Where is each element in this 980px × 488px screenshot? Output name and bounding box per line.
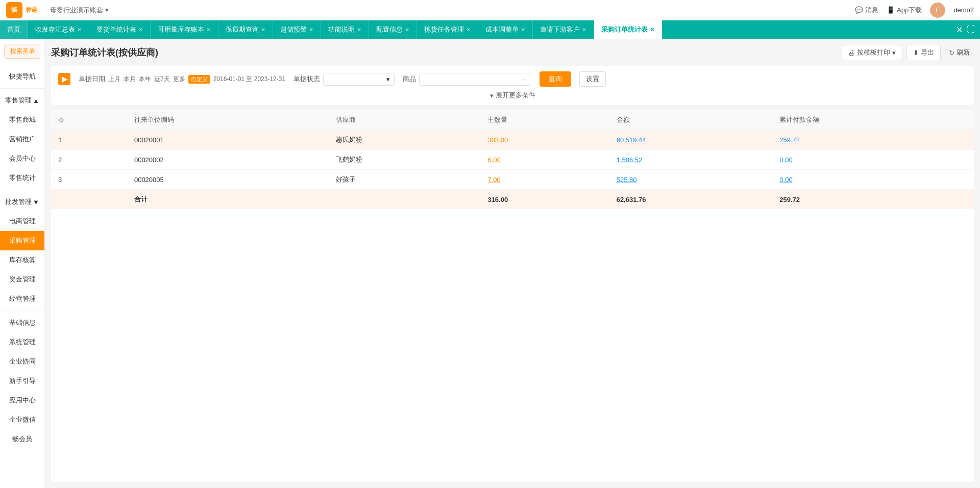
sidebar-item-business[interactable]: 经营管理 <box>0 289 44 309</box>
row-paid[interactable]: 259.72 <box>772 130 974 150</box>
sidebar-item-quicknav[interactable]: 快捷导航 <box>0 67 44 86</box>
row-paid-link[interactable]: 0.00 <box>779 156 792 164</box>
footer-paid: 259.72 <box>772 190 974 210</box>
col-settings[interactable]: ⚙ <box>51 110 127 130</box>
row-qty[interactable]: 7.00 <box>480 170 609 190</box>
tab-cost-adjust[interactable]: 成本调整单 ✕ <box>478 20 533 39</box>
row-num: 1 <box>51 130 127 150</box>
row-amount[interactable]: 525.80 <box>609 170 773 190</box>
row-amount-link[interactable]: 525.80 <box>617 176 637 184</box>
tab-overstock-warning[interactable]: 超储预警 ✕ <box>273 20 321 39</box>
tab-order-stats[interactable]: 要货单统计表 ✕ <box>89 20 151 39</box>
tab-maximize-icon[interactable]: ⛶ <box>967 25 975 34</box>
user-name: demo2 <box>953 6 974 14</box>
query-button[interactable]: 查询 <box>540 71 571 87</box>
tab-home[interactable]: 首页 <box>0 20 28 39</box>
filter-date-this-month[interactable]: 本月 <box>124 75 136 84</box>
row-supplier: 惠氏奶粉 <box>329 130 481 150</box>
tab-purchase-stats-close[interactable]: ✕ <box>650 27 654 33</box>
tab-pick-task[interactable]: 拣货任务管理 ✕ <box>417 20 478 39</box>
tab-cost-adjust-close[interactable]: ✕ <box>521 27 525 33</box>
filter-status-select[interactable]: ▾ <box>323 73 395 86</box>
tab-invite-customer-close[interactable]: ✕ <box>582 27 586 33</box>
filter-date-last-month[interactable]: 上月 <box>108 75 120 84</box>
filter-goods-more-icon[interactable]: ··· <box>521 75 527 83</box>
sidebar-item-member[interactable]: 会员中心 <box>0 149 44 168</box>
nav-tabs: 首页 收发存汇总表 ✕ 要货单统计表 ✕ 可用量库存账本 ✕ 保质期查询 ✕ 超… <box>0 20 980 39</box>
sidebar-item-weixin[interactable]: 企业微信 <box>0 410 44 429</box>
row-paid[interactable]: 0.00 <box>772 150 974 170</box>
sidebar-item-inventory[interactable]: 库存核算 <box>0 250 44 270</box>
filter-date-7days[interactable]: 近7天 <box>154 75 170 84</box>
sidebar-item-wholesale[interactable]: 批发管理 ▼ <box>0 192 44 212</box>
sidebar-item-newguide[interactable]: 新手引导 <box>0 371 44 391</box>
col-amount: 金额 <box>609 110 773 130</box>
tab-inventory-book-close[interactable]: ✕ <box>206 27 211 33</box>
tab-config-info-close[interactable]: ✕ <box>405 27 409 33</box>
tab-invite-customer[interactable]: 邀请下游客户 ✕ <box>533 20 594 39</box>
sidebar-item-retail-stats[interactable]: 零售统计 <box>0 168 44 188</box>
filter-date-this-year[interactable]: 本年 <box>139 75 151 84</box>
tab-function-desc-close[interactable]: ✕ <box>357 27 361 33</box>
message-button[interactable]: 💬 消息 <box>855 6 878 15</box>
workspace-selector[interactable]: 母婴行业演示账套 ▾ <box>50 6 109 15</box>
settings-button[interactable]: 设置 <box>579 71 606 87</box>
sidebar-item-marketing[interactable]: 营销推广 <box>0 130 44 149</box>
app-download-button[interactable]: 📱 App下载 <box>887 6 922 15</box>
tab-order-stats-close[interactable]: ✕ <box>138 27 143 33</box>
refresh-button[interactable]: ↻ 刷新 <box>945 45 974 60</box>
sidebar-item-retail-shop-label: 零售商城 <box>9 115 36 124</box>
filter-toggle-button[interactable]: ▶ <box>58 73 70 85</box>
row-paid-link[interactable]: 259.72 <box>779 136 800 144</box>
filter-custom-badge: 自定义 <box>188 75 210 84</box>
row-amount-link[interactable]: 1,586.52 <box>617 156 643 164</box>
tab-inventory-book[interactable]: 可用量库存账本 ✕ <box>151 20 218 39</box>
tab-overstock-warning-close[interactable]: ✕ <box>309 27 313 33</box>
sidebar-item-basic[interactable]: 基础信息 <box>0 313 44 332</box>
search-button[interactable]: 搜索英单 <box>4 44 40 59</box>
row-qty[interactable]: 6.00 <box>480 150 609 170</box>
sidebar-item-member2[interactable]: 畅会员 <box>0 429 44 449</box>
print-button[interactable]: 🖨 按模板打印 ▾ <box>842 45 902 60</box>
sidebar-item-system[interactable]: 系统管理 <box>0 332 44 352</box>
sidebar-item-retail-shop[interactable]: 零售商城 <box>0 110 44 130</box>
tab-pick-task-close[interactable]: ✕ <box>466 27 471 33</box>
tab-function-desc[interactable]: 功能说明 ✕ <box>321 20 369 39</box>
sidebar-item-newguide-label: 新手引导 <box>9 376 36 386</box>
table-header-row: ⚙ 往来单位编码 供应商 主数量 金额 累计付款金额 <box>51 110 974 130</box>
expand-more-button[interactable]: ▾ 展开更多条件 <box>490 91 535 100</box>
tab-receive-summary-close[interactable]: ✕ <box>77 27 82 33</box>
sidebar-item-weixin-label: 企业微信 <box>9 415 36 424</box>
sidebar-item-collab[interactable]: 企业协同 <box>0 352 44 371</box>
sidebar-item-member2-label: 畅会员 <box>12 434 32 444</box>
filter-goods-input[interactable]: ··· <box>419 73 531 86</box>
sidebar-item-finance[interactable]: 资金管理 <box>0 270 44 289</box>
row-amount[interactable]: 1,586.52 <box>609 150 773 170</box>
row-paid-link[interactable]: 0.00 <box>779 176 792 184</box>
tab-config-info[interactable]: 配置信息 ✕ <box>369 20 417 39</box>
sidebar-item-retail-manage[interactable]: 零售管理 ▲ <box>0 91 44 110</box>
row-paid[interactable]: 0.00 <box>772 170 974 190</box>
sidebar-item-ecommerce[interactable]: 电商管理 <box>0 212 44 231</box>
filter-status-label: 单据状态 <box>293 74 320 84</box>
row-qty-link[interactable]: 7.00 <box>487 176 500 184</box>
tab-close-all-icon[interactable]: ✕ <box>956 25 963 35</box>
filter-date-more[interactable]: 更多 <box>173 75 185 84</box>
row-qty-link[interactable]: 303.00 <box>487 136 508 144</box>
tab-receive-summary[interactable]: 收发存汇总表 ✕ <box>28 20 89 39</box>
sidebar-item-purchase[interactable]: 采购管理 <box>0 231 44 250</box>
row-amount[interactable]: 60,519.44 <box>609 130 773 150</box>
row-supplier: 飞鹤奶粉 <box>329 150 481 170</box>
tab-purchase-stats[interactable]: 采购订单统计表 ✕ <box>594 20 662 39</box>
row-qty[interactable]: 303.00 <box>480 130 609 150</box>
sidebar-item-appcenter[interactable]: 应用中心 <box>0 391 44 410</box>
row-amount-link[interactable]: 60,519.44 <box>617 136 646 144</box>
tab-quality-query-close[interactable]: ✕ <box>261 27 265 33</box>
table-footer-row: 合计 316.00 62,631.76 259.72 <box>51 190 974 210</box>
tab-quality-query[interactable]: 保质期查询 ✕ <box>218 20 273 39</box>
sidebar-item-business-label: 经营管理 <box>9 294 36 303</box>
sidebar-item-marketing-label: 营销推广 <box>9 135 36 144</box>
export-button[interactable]: ⬇ 导出 <box>906 45 941 60</box>
row-qty-link[interactable]: 6.00 <box>487 156 500 164</box>
expand-more-label: 展开更多条件 <box>496 91 535 100</box>
